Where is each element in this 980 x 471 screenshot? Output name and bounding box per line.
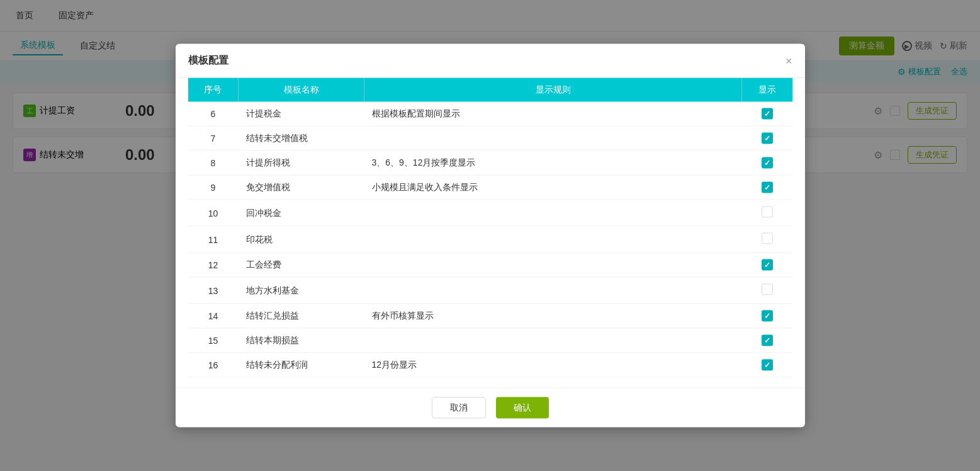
row-check-9[interactable] [742,175,792,200]
row-id-12: 12 [188,253,239,277]
row-name-12: 工会经费 [239,253,364,277]
row-rule-10 [364,200,742,226]
row-check-12[interactable] [742,253,792,277]
checkbox-unchecked-10[interactable] [762,207,773,218]
row-rule-7 [364,126,742,150]
table-row: 11印花税 [188,226,792,253]
modal-header: 模板配置 × [176,44,805,78]
table-row: 7结转未交增值税 [188,126,792,150]
col-header-rule: 显示规则 [364,78,742,102]
row-check-8[interactable] [742,150,792,175]
row-rule-9: 小规模且满足收入条件显示 [364,175,742,200]
col-header-display: 显示 [742,78,792,102]
modal-body: 序号 模板名称 显示规则 显示 6计提税金根据模板配置期间显示7结转未交增值税8… [176,78,805,388]
row-check-14[interactable] [742,304,792,328]
row-name-6: 计提税金 [239,102,364,127]
modal-close-button[interactable]: × [786,55,792,66]
row-rule-6: 根据模板配置期间显示 [364,102,742,127]
col-header-id: 序号 [188,78,239,102]
table-row: 15结转本期损益 [188,328,792,353]
table-row: 9免交增值税小规模且满足收入条件显示 [188,175,792,200]
row-check-10[interactable] [742,200,792,226]
table-row: 16结转未分配利润12月份显示 [188,353,792,377]
table-row: 8计提所得税3、6、9、12月按季度显示 [188,150,792,175]
row-id-14: 14 [188,304,239,328]
checkbox-checked-12[interactable] [762,259,773,271]
row-check-15[interactable] [742,328,792,353]
row-name-14: 结转汇兑损益 [239,304,364,328]
row-id-10: 10 [188,200,239,226]
row-rule-11 [364,226,742,253]
row-id-9: 9 [188,175,239,200]
row-rule-15 [364,328,742,353]
modal-footer: 取消 确认 [176,388,805,428]
row-rule-16: 12月份显示 [364,353,742,377]
table-row: 10回冲税金 [188,200,792,226]
row-check-13[interactable] [742,277,792,304]
row-rule-13 [364,277,742,304]
row-name-9: 免交增值税 [239,175,364,200]
row-rule-12 [364,253,742,277]
row-id-8: 8 [188,150,239,175]
row-check-6[interactable] [742,102,792,127]
row-rule-14: 有外币核算显示 [364,304,742,328]
row-rule-8: 3、6、9、12月按季度显示 [364,150,742,175]
table-row: 6计提税金根据模板配置期间显示 [188,102,792,127]
checkbox-checked-6[interactable] [762,108,773,120]
row-name-11: 印花税 [239,226,364,253]
row-id-6: 6 [188,102,239,127]
row-name-13: 地方水利基金 [239,277,364,304]
checkbox-checked-8[interactable] [762,157,773,169]
checkbox-checked-14[interactable] [762,310,773,322]
table-row: 14结转汇兑损益有外币核算显示 [188,304,792,328]
table-row: 12工会经费 [188,253,792,277]
checkbox-checked-16[interactable] [762,360,773,371]
checkbox-unchecked-11[interactable] [762,233,773,244]
row-name-8: 计提所得税 [239,150,364,175]
row-check-7[interactable] [742,126,792,150]
row-id-7: 7 [188,126,239,150]
col-header-name: 模板名称 [239,78,364,102]
row-id-16: 16 [188,353,239,377]
row-name-16: 结转未分配利润 [239,353,364,377]
row-id-13: 13 [188,277,239,304]
checkbox-checked-15[interactable] [762,335,773,346]
confirm-button[interactable]: 确认 [496,397,549,419]
modal-title: 模板配置 [188,54,228,67]
config-table: 序号 模板名称 显示规则 显示 6计提税金根据模板配置期间显示7结转未交增值税8… [188,78,792,378]
table-row: 13地方水利基金 [188,277,792,304]
row-id-11: 11 [188,226,239,253]
checkbox-checked-9[interactable] [762,182,773,193]
cancel-button[interactable]: 取消 [432,397,486,419]
row-name-7: 结转未交增值税 [239,126,364,150]
checkbox-checked-7[interactable] [762,133,773,144]
row-name-15: 结转本期损益 [239,328,364,353]
row-name-10: 回冲税金 [239,200,364,226]
row-check-16[interactable] [742,353,792,377]
row-id-15: 15 [188,328,239,353]
checkbox-unchecked-13[interactable] [762,284,773,295]
row-check-11[interactable] [742,226,792,253]
template-config-modal: 模板配置 × 序号 模板名称 显示规则 显示 6计提税金根据模板配置期间显示7结… [176,44,805,428]
